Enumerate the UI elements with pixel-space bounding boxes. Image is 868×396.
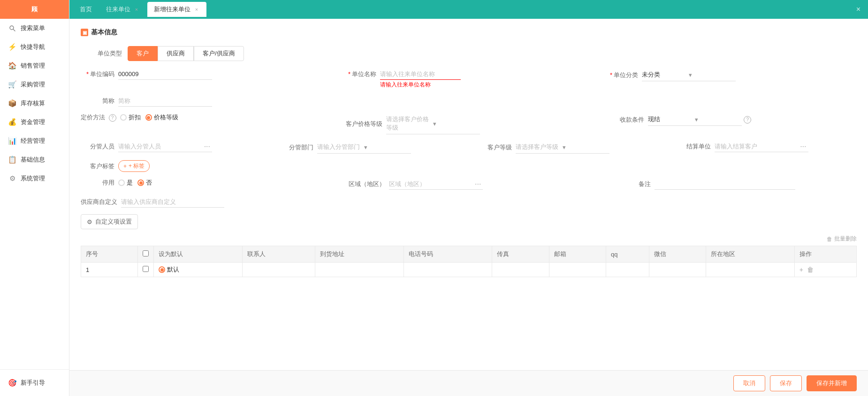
guide-icon: 🎯	[8, 378, 17, 388]
add-tag-icon: +	[123, 163, 127, 170]
remarks-field: 备注	[617, 179, 857, 190]
payment-condition-chevron: ▾	[695, 116, 742, 123]
short-name-label: 简称	[81, 97, 118, 105]
row-default-radio-label[interactable]: 默认	[159, 265, 237, 274]
manager-input[interactable]	[118, 141, 202, 152]
add-row-icon[interactable]: +	[799, 266, 803, 273]
table-header-row: 序号 设为默认 联系人 到货地址 电话号码 传真 邮箱 qq 微信 所在地区 操…	[81, 246, 857, 263]
payment-condition-select[interactable]: 现结 ▾	[648, 113, 742, 126]
unit-type-supplier-btn[interactable]: 供应商	[158, 46, 194, 61]
unit-category-select[interactable]: 未分类 ▾	[642, 69, 736, 81]
table-actions: 🗑 批量删除	[81, 235, 857, 243]
disabled-field: 停用 是 否	[81, 179, 320, 187]
unit-code-field: 单位编码	[81, 69, 333, 80]
delete-row-icon[interactable]: 🗑	[807, 266, 814, 273]
batch-delete-btn[interactable]: 🗑 批量删除	[827, 235, 857, 243]
sidebar-item-system[interactable]: ⚙ 系统管理	[0, 169, 69, 188]
unit-name-input[interactable]	[380, 69, 461, 80]
remarks-input[interactable]	[655, 179, 795, 190]
tab-home[interactable]: 首页	[73, 2, 99, 17]
sidebar-item-inventory-label: 库存核算	[21, 99, 45, 108]
pricing-level-radio	[145, 114, 152, 121]
pricing-discount-radio	[120, 114, 127, 121]
disabled-label: 停用	[81, 179, 118, 187]
pricing-help-icon[interactable]: ?	[109, 114, 116, 122]
unit-type-customer-btn[interactable]: 客户	[128, 46, 158, 61]
row-fax	[492, 263, 549, 277]
row-checkbox[interactable]	[143, 266, 149, 272]
row-action-icons: + 🗑	[799, 266, 852, 273]
customer-level-select[interactable]: 请选择客户等级 ▾	[516, 141, 609, 154]
unit-name-label: 单位名称	[343, 70, 380, 78]
customer-price-level-field: 客户价格等级 请选择客户价格等级 ▾	[346, 113, 592, 134]
tab-new-partner[interactable]: 新增往来单位 ×	[147, 2, 206, 17]
tab-partners[interactable]: 往来单位 ×	[99, 2, 146, 17]
sidebar-item-operations[interactable]: 📊 经营管理	[0, 132, 69, 150]
unit-code-input[interactable]	[118, 69, 212, 80]
department-select[interactable]: 请输入分管部门 ▾	[317, 141, 411, 154]
short-name-input[interactable]	[118, 95, 212, 107]
tab-bar: 首页 往来单位 × 新增往来单位 × ×	[69, 0, 868, 19]
section-icon: ▣	[81, 29, 88, 36]
region-more-btn[interactable]: ···	[473, 180, 483, 188]
row-checkbox-cell	[138, 263, 154, 277]
customer-price-level-select[interactable]: 请选择客户价格等级 ▾	[386, 113, 480, 134]
tab-bar-close-all[interactable]: ×	[853, 5, 864, 14]
finance-icon: 💰	[8, 117, 17, 127]
sidebar-item-purchase[interactable]: 🛒 采购管理	[0, 75, 69, 94]
sidebar-item-search[interactable]: 搜索菜单	[0, 19, 69, 38]
sidebar-item-sales[interactable]: 🏠 销售管理	[0, 56, 69, 75]
disabled-yes-label: 是	[127, 179, 133, 187]
tab-partners-close[interactable]: ×	[133, 6, 140, 13]
sidebar-bottom: 🎯 新手引导	[0, 369, 69, 396]
sidebar-item-finance[interactable]: 💰 资金管理	[0, 113, 69, 132]
sidebar-item-basic-info[interactable]: 📋 基础信息	[0, 150, 69, 169]
col-email: 邮箱	[549, 246, 606, 263]
supplier-custom-input[interactable]	[121, 196, 224, 208]
col-address: 到货地址	[315, 246, 404, 263]
disabled-yes-option[interactable]: 是	[118, 179, 133, 187]
custom-settings-label: 自定义项设置	[95, 217, 132, 226]
region-input[interactable]	[389, 179, 473, 189]
tab-new-partner-close[interactable]: ×	[193, 6, 200, 13]
disabled-no-option[interactable]: 否	[137, 179, 152, 187]
row-phone	[404, 263, 492, 277]
sidebar-item-sales-label: 销售管理	[21, 62, 45, 70]
manager-field: 分管人员 ···	[81, 141, 261, 152]
unit-type-label: 单位类型	[81, 49, 128, 58]
manager-label: 分管人员	[81, 142, 118, 151]
pricing-level-label: 价格等级	[154, 113, 178, 122]
payment-condition-field: 收款条件 现结 ▾ ?	[610, 113, 857, 126]
sidebar-item-guide[interactable]: 🎯 新手引导	[0, 373, 69, 392]
gear-icon: ⚙	[87, 218, 92, 225]
remarks-label: 备注	[617, 180, 655, 188]
save-btn[interactable]: 保存	[770, 375, 802, 391]
custom-settings-btn[interactable]: ⚙ 自定义项设置	[81, 214, 138, 229]
manager-more-btn[interactable]: ···	[202, 142, 212, 151]
pricing-level-option[interactable]: 价格等级	[145, 113, 178, 122]
tab-new-partner-label: 新增往来单位	[154, 5, 190, 14]
save-and-add-btn[interactable]: 保存并新增	[807, 375, 857, 391]
add-tag-btn[interactable]: + + 标签	[118, 160, 150, 172]
cancel-btn[interactable]: 取消	[733, 375, 765, 391]
form-row-5: 客户标签 + + 标签	[81, 160, 857, 172]
region-input-group: ···	[389, 179, 483, 190]
pricing-radio-group: 折扣 价格等级	[120, 113, 178, 122]
batch-delete-label: 批量删除	[834, 235, 857, 243]
row-actions: + 🗑	[794, 263, 856, 277]
row-address	[315, 263, 404, 277]
customer-tag-field: 客户标签 + + 标签	[81, 160, 857, 172]
pricing-discount-option[interactable]: 折扣	[120, 113, 141, 122]
settlement-unit-input[interactable]	[715, 141, 799, 152]
col-fax: 传真	[492, 246, 549, 263]
sidebar-item-inventory[interactable]: 📦 库存核算	[0, 94, 69, 113]
settlement-unit-more-btn[interactable]: ···	[798, 142, 808, 151]
row-default-radio	[159, 266, 165, 273]
payment-help-icon[interactable]: ?	[744, 116, 751, 124]
unit-type-both-btn[interactable]: 客户/供应商	[194, 46, 244, 61]
select-all-checkbox[interactable]	[143, 250, 149, 256]
sidebar-item-quick-nav-label: 快捷导航	[21, 43, 45, 51]
form-row-4: 分管人员 ··· 分管部门 请输入分管部门 ▾ 客户等级 请选择客户等级	[81, 141, 857, 154]
inventory-icon: 📦	[8, 99, 17, 108]
sidebar-item-quick-nav[interactable]: ⚡ 快捷导航	[0, 38, 69, 56]
